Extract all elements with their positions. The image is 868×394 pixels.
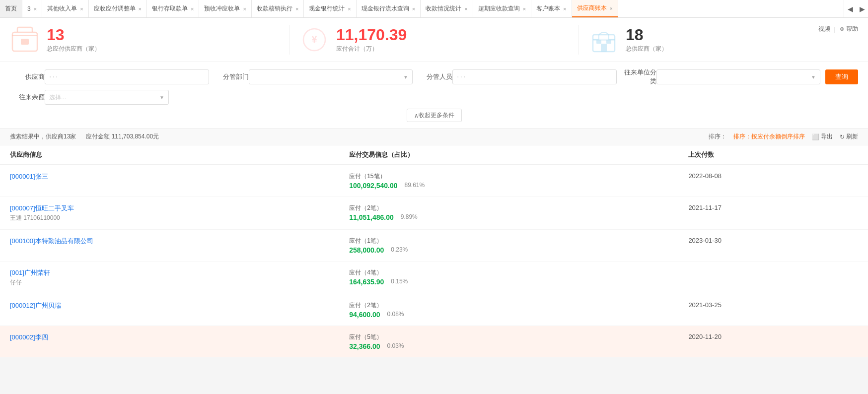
- stat-label-total-suppliers: 总供应商（家）: [626, 45, 667, 53]
- stat-block-payable-amount: ¥ 11,170.39 应付合计（万）: [299, 25, 569, 55]
- nav-tab-supplier-ledger[interactable]: 供应商账本 ×: [572, 0, 618, 17]
- nav-left-arrow[interactable]: ◀: [844, 0, 856, 18]
- close-icon[interactable]: ×: [464, 6, 467, 12]
- close-icon[interactable]: ×: [139, 6, 142, 12]
- nav-tab-cash-stats[interactable]: 现金银行统计 ×: [304, 0, 356, 17]
- stat-label-payable-amount: 应付合计（万）: [336, 45, 407, 53]
- stat-info-payable-suppliers: 13 总应付供应商（家）: [47, 27, 100, 53]
- supplier-name-link[interactable]: [000001]张三: [10, 172, 349, 181]
- nav-tab-collection-stats[interactable]: 收款情况统计 ×: [421, 0, 473, 17]
- supplier-input[interactable]: ···: [45, 69, 209, 84]
- stat-divider-1: [289, 25, 289, 55]
- supplier-info-cell: [000001]张三: [10, 172, 349, 181]
- supplier-name-link[interactable]: [000002]李四: [10, 333, 349, 342]
- table-row: [000012]广州贝瑞 应付（2笔） 94,600.00 0.08% 2021…: [0, 294, 868, 326]
- filter-dept: 分管部门 ▼: [214, 69, 413, 84]
- category-input[interactable]: ▼: [656, 69, 821, 84]
- collapse-button[interactable]: ∧ 收起更多条件: [407, 109, 462, 122]
- help-link[interactable]: ⊙ 帮助: [840, 25, 858, 33]
- table-row: [000100]本特勤油品有限公司 应付（1笔） 258,000.00 0.23…: [0, 230, 868, 262]
- supplier-sub-info: 仔仔: [10, 278, 349, 287]
- tx-percent: 0.08%: [387, 311, 404, 318]
- close-icon[interactable]: ×: [191, 6, 194, 12]
- close-icon[interactable]: ×: [348, 6, 351, 12]
- close-icon[interactable]: ×: [563, 6, 566, 12]
- close-icon[interactable]: ×: [412, 6, 415, 12]
- nav-tab-collection[interactable]: 收款核销执行 ×: [252, 0, 304, 17]
- tx-info-cell: 应付（15笔） 100,092,540.00 89.61%: [349, 172, 688, 190]
- supplier-name-link[interactable]: [001]广州荣轩: [10, 268, 349, 277]
- result-bar: 搜索结果中，供应商13家 应付金额 111,703,854.00元 排序： 排序…: [0, 129, 868, 145]
- close-icon[interactable]: ×: [243, 6, 246, 12]
- close-icon[interactable]: ×: [295, 6, 298, 12]
- close-icon[interactable]: ×: [610, 5, 613, 11]
- sort-label: 排序：: [709, 132, 726, 141]
- nav-tab-bank[interactable]: 银行存取款单 ×: [147, 0, 199, 17]
- table-container: 供应商信息 应付交易信息（占比） 上次付数 [000001]张三 应付（15笔）…: [0, 145, 868, 358]
- help-links: 视频 | ⊙ 帮助: [818, 25, 858, 33]
- video-link[interactable]: 视频: [818, 25, 830, 33]
- tx-info-cell: 应付（2笔） 94,600.00 0.08%: [349, 301, 688, 319]
- category-dropdown-icon: ▼: [811, 74, 816, 80]
- supplier-info-cell: [000002]李四: [10, 333, 349, 342]
- nav-tab-customer-ledger[interactable]: 客户账本 ×: [531, 0, 572, 17]
- last-pay-cell: 2020-11-20: [688, 333, 858, 340]
- stat-number-payable-suppliers: 13: [47, 27, 100, 43]
- supplier-name-link[interactable]: [000012]广州贝瑞: [10, 301, 349, 310]
- last-pay-date: 2021-11-17: [688, 204, 722, 211]
- close-icon[interactable]: ×: [80, 6, 83, 12]
- nav-tab-home[interactable]: 首页: [0, 0, 22, 17]
- filter-category: 往来单位分类 ▼: [622, 68, 821, 86]
- svg-rect-1: [21, 39, 29, 45]
- last-pay-cell: 2021-11-17: [688, 204, 858, 211]
- tx-amount-link[interactable]: 32,366.00: [349, 342, 380, 350]
- supplier-name-link[interactable]: [000100]本特勤油品有限公司: [10, 237, 349, 246]
- nav-tab-3[interactable]: 3 ×: [22, 0, 42, 17]
- tx-amount-link[interactable]: 100,092,540.00: [349, 182, 397, 190]
- svg-rect-8: [601, 44, 607, 52]
- tx-amount-link[interactable]: 11,051,486.00: [349, 213, 394, 221]
- filter-row-2: 往来余额 选择... ▼: [10, 90, 858, 105]
- nav-tab-overdue[interactable]: 超期应收款查询 ×: [473, 0, 531, 17]
- dept-input[interactable]: ▼: [249, 69, 413, 84]
- supplier-info-cell: [001]广州荣轩 仔仔: [10, 268, 349, 287]
- sort-button[interactable]: 排序：按应付余额倒序排序: [733, 132, 805, 141]
- query-button[interactable]: 查询: [825, 69, 858, 84]
- filter-area: 供应商 ··· 分管部门 ▼ 分管人员 ··· 往来单位分类 ▼: [0, 62, 868, 129]
- refresh-button[interactable]: ↻ 刷新: [840, 132, 858, 141]
- nav-tab-prepay[interactable]: 预收冲应收单 ×: [199, 0, 251, 17]
- filter-dept-label: 分管部门: [214, 72, 249, 81]
- last-pay-cell: 2022-08-08: [688, 172, 858, 180]
- nav-tab-adjust[interactable]: 应收应付调整单 ×: [89, 0, 147, 17]
- nav-tab-cash-flow[interactable]: 现金银行流水查询 ×: [357, 0, 421, 17]
- tx-amount-link[interactable]: 94,600.00: [349, 311, 380, 319]
- svg-text:¥: ¥: [311, 34, 317, 45]
- filter-balance-label: 往来余额: [10, 93, 45, 102]
- export-icon: ⬜: [812, 133, 819, 140]
- table-header: 供应商信息 应付交易信息（占比） 上次付数: [0, 145, 868, 165]
- export-button[interactable]: ⬜ 导出: [812, 132, 833, 141]
- tx-amount-link[interactable]: 258,000.00: [349, 246, 384, 254]
- balance-input[interactable]: 选择... ▼: [45, 90, 169, 105]
- col-header-tx: 应付交易信息（占比）: [349, 150, 688, 159]
- tx-label: 应付（15笔）: [349, 172, 688, 181]
- col-header-lastpay: 上次付数: [688, 150, 858, 159]
- person-input[interactable]: ···: [452, 69, 617, 84]
- table-row: [000007]恒旺二手叉车 王通 17106110000 应付（2笔） 11,…: [0, 197, 868, 230]
- nav-right-arrow[interactable]: ▶: [856, 0, 868, 18]
- nav-tab-other-income[interactable]: 其他收入单 ×: [42, 0, 88, 17]
- tx-info-cell: 应付（4笔） 164,635.90 0.15%: [349, 268, 688, 286]
- payable-amount-icon: ¥: [299, 25, 329, 55]
- nav-arrows: ◀ ▶: [844, 0, 868, 18]
- tx-label: 应付（2笔）: [349, 301, 688, 310]
- table-body: [000001]张三 应付（15笔） 100,092,540.00 89.61%…: [0, 165, 868, 358]
- tx-info-cell: 应付（5笔） 32,366.00 0.03%: [349, 333, 688, 350]
- tx-amount-link[interactable]: 164,635.90: [349, 278, 384, 286]
- payable-supplier-icon: [10, 25, 40, 55]
- last-pay-date: 2020-11-20: [688, 333, 722, 340]
- supplier-name-link[interactable]: [000007]恒旺二手叉车: [10, 204, 349, 213]
- close-icon[interactable]: ×: [34, 6, 37, 12]
- tx-info-cell: 应付（1笔） 258,000.00 0.23%: [349, 237, 688, 254]
- close-icon[interactable]: ×: [523, 6, 526, 12]
- tx-label: 应付（4笔）: [349, 268, 688, 277]
